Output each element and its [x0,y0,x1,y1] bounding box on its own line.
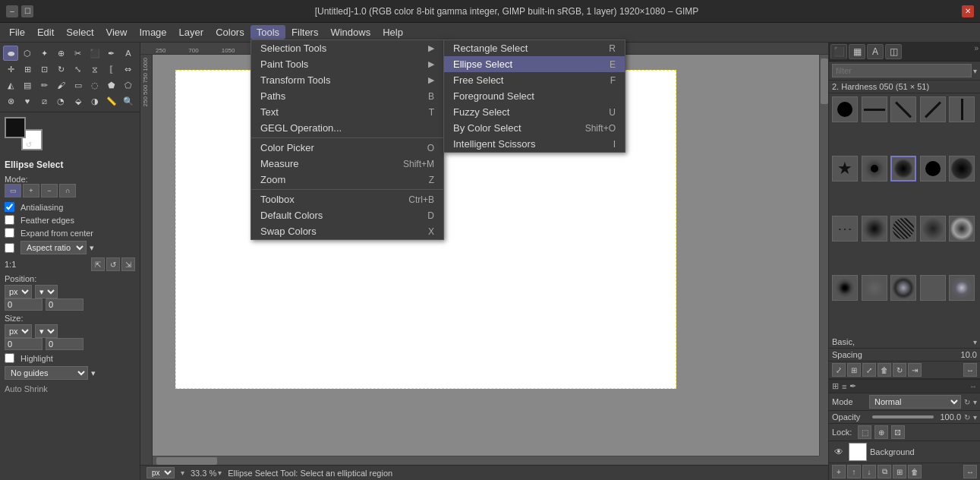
free-select-tool[interactable]: ⬡ [20,46,35,61]
ellipse-select-tool[interactable]: ⬬ [3,46,18,61]
layer-thumbnail[interactable] [849,443,867,461]
text-tool[interactable]: A [121,46,136,61]
layer-visible-icon[interactable]: 👁 [832,445,846,459]
mode-intersect-btn[interactable]: ∩ [59,184,76,197]
menu-help[interactable]: Help [377,25,409,39]
duplicate-layer-btn[interactable]: ⧉ [878,465,891,478]
position-unit-arrow[interactable]: ▾ [35,285,58,298]
menu-edit[interactable]: Edit [31,25,60,39]
position-y-input[interactable] [46,298,84,311]
move-tool[interactable]: ✛ [3,62,18,77]
gradient-tool[interactable]: ▤ [20,77,35,93]
zoom-item[interactable]: Zoom Z [251,172,443,188]
rotate-tool[interactable]: ↻ [53,62,68,77]
fonts-tab[interactable]: A [867,44,884,59]
brush-item[interactable]: ★ [832,156,858,182]
fuzzy-select-tool[interactable]: ✦ [36,46,52,61]
brush-item[interactable] [920,156,946,182]
position-unit-select[interactable]: px % in [5,285,32,298]
menu-layer[interactable]: Layer [173,25,210,39]
gradients-tab[interactable]: ◫ [885,44,902,59]
mode-arrow-icon[interactable]: ▾ [973,398,977,406]
brush-item[interactable] [862,96,887,122]
horizontal-scrollbar[interactable] [153,456,828,465]
export-icon[interactable]: ⇥ [908,363,922,377]
delete-layer-btn[interactable]: 🗑 [908,465,922,478]
feather-checkbox[interactable] [5,215,14,225]
airbrush-tool[interactable]: ◌ [87,77,102,93]
menu-colors[interactable]: Colors [210,25,251,39]
pencil-tool[interactable]: ✏ [36,77,52,93]
selection-tools-item[interactable]: Selection Tools ▶ [251,40,443,56]
menu-file[interactable]: File [3,25,31,39]
brush-item[interactable] [890,96,916,122]
brush-item[interactable] [949,275,975,301]
color-picker-item[interactable]: Color Picker O [251,140,443,156]
measure-item[interactable]: Measure Shift+M [251,156,443,172]
wrap-icon[interactable]: ⤦ [832,363,846,377]
basic-arrow-icon[interactable]: ▾ [973,338,977,346]
size-unit-arrow[interactable]: ▾ [35,324,58,338]
dodge-burn-tool[interactable]: ◑ [87,93,102,109]
bucket-tool[interactable]: ◭ [3,77,18,93]
flip-tool[interactable]: ⇔ [121,62,136,77]
gegl-item[interactable]: GEGL Operation... [251,120,443,136]
swap-colors-item[interactable]: Swap Colors X [251,223,443,239]
foreground-color-box[interactable] [5,117,26,138]
brush-item[interactable] [920,96,946,122]
menu-image[interactable]: Image [133,25,172,39]
ink-tool[interactable]: ⬟ [104,77,119,93]
vertical-scrollbar[interactable] [819,55,828,456]
merge-layers-btn[interactable]: ⊞ [893,465,906,478]
brush-item[interactable] [920,216,946,242]
paths-item[interactable]: Paths B [251,88,443,104]
expand-paint-icon[interactable]: ↔ [969,382,977,390]
toolbox-item[interactable]: Toolbox Ctrl+B [251,191,443,207]
brush-item[interactable] [862,156,887,182]
zoom-tool[interactable]: 🔍 [121,93,136,109]
brush-item[interactable] [890,216,916,242]
measure-tool[interactable]: 📏 [104,93,119,109]
menu-tools[interactable]: Tools [251,25,285,39]
mode-replace-btn[interactable]: ▭ [5,184,21,197]
default-colors-item[interactable]: Default Colors D [251,207,443,223]
brush-item[interactable] [949,216,975,242]
free-select-item[interactable]: Free Select F [444,72,625,88]
position-x-input[interactable] [5,298,43,311]
minimize-button[interactable]: – [6,5,18,17]
scale-icon[interactable]: ⤢ [862,363,876,377]
fuzzy-select-item[interactable]: Fuzzy Select U [444,104,625,120]
lock-paint-btn[interactable]: ⊕ [874,425,888,439]
v-scrollbar-thumb[interactable] [821,58,828,104]
foreground-select-item[interactable]: Foreground Select [444,88,625,104]
brushes-tab[interactable]: ⬛ [830,44,847,59]
fit-zoom-btn[interactable]: ⇲ [121,257,135,271]
by-color-select-item[interactable]: By Color Select Shift+O [444,120,625,136]
refresh-icon[interactable]: ↻ [893,363,906,377]
menu-filters[interactable]: Filters [285,25,324,39]
ellipse-select-item[interactable]: Ellipse Select E [444,56,625,72]
antialiasing-checkbox[interactable] [5,202,14,212]
mode-select[interactable]: Normal Dissolve Multiply Screen [869,395,961,409]
crop-tool[interactable]: ⊡ [36,62,52,77]
transform-tools-item[interactable]: Transform Tools ▶ [251,72,443,88]
brush-item[interactable]: ⋯ [832,216,858,242]
size-unit-select[interactable]: px % [5,324,32,338]
brush-item[interactable] [949,96,975,122]
brush-filter-input[interactable] [832,64,972,77]
expand-layers-btn[interactable]: ↔ [963,465,977,478]
menu-view[interactable]: View [100,25,134,39]
mypaint-tool[interactable]: ⬠ [121,77,136,93]
heal-tool[interactable]: ♥ [20,93,35,109]
opacity-reset-icon[interactable]: ↻ [964,413,970,422]
raise-layer-btn[interactable]: ↑ [847,465,861,478]
reset-colors-icon[interactable]: ↺ [26,141,32,149]
menu-select[interactable]: Select [60,25,99,39]
copy-icon[interactable]: ⊞ [847,363,861,377]
scale-tool[interactable]: ⤡ [71,62,86,77]
delete-icon[interactable]: 🗑 [878,363,891,377]
lock-position-btn[interactable]: ⛝ [891,425,905,439]
size-w-input[interactable] [5,338,43,350]
mode-add-btn[interactable]: + [23,184,39,197]
opacity-arrow-icon[interactable]: ▾ [973,413,977,422]
